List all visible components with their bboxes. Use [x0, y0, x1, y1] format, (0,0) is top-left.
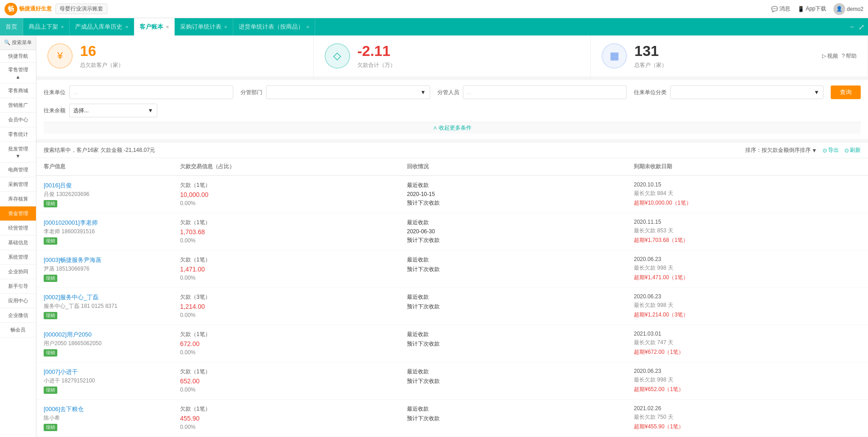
close-icon[interactable]: × [166, 24, 169, 30]
sidebar-item-operations[interactable]: 经营管理 [0, 221, 36, 236]
next-collection-label: 预计下次收款 [407, 236, 634, 244]
expand-icon[interactable]: ⤢ [858, 23, 864, 31]
customer-cell: [0006]去下粮仓 陈小希 现销 [44, 405, 180, 431]
filter-area: 往来单位 ... 分管部门 ▼ 分管人员 ... 往来单位分类 [36, 80, 868, 139]
sidebar-item-beginner[interactable]: 新手引导 [0, 279, 36, 294]
sidebar-item-retail-mall[interactable]: 零售商城 [0, 84, 36, 98]
customer-name[interactable]: [0007]小进干 [44, 368, 180, 376]
debt-amount[interactable]: 672.00 [180, 340, 407, 347]
collection-cell: 最近收款 预计下次收款 [407, 368, 634, 385]
sidebar-item-label: 零售管理 [8, 66, 28, 73]
debt-amount[interactable]: 1,214.00 [180, 303, 407, 310]
stat-icon-customers: ▦ [602, 43, 627, 69]
recent-collection-date: 2020-06-30 [407, 228, 634, 235]
close-icon[interactable]: × [61, 24, 64, 30]
store-selector[interactable]: 母婴行业演示账套 [55, 4, 107, 14]
overdue-amount[interactable]: 超期¥672.00（1笔） [634, 348, 861, 356]
close-icon[interactable]: × [224, 24, 227, 30]
filter-label-dept: 分管部门 [241, 89, 262, 96]
sidebar-item-basic-info[interactable]: 基础信息 [0, 236, 36, 250]
person-input[interactable]: ... [463, 85, 627, 99]
sidebar-item-marketing[interactable]: 营销推广 [0, 98, 36, 113]
sidebar-item-wholesale[interactable]: 批发管理 ▼ [0, 142, 36, 163]
tab-product-listing[interactable]: 商品上下架 × [23, 18, 70, 35]
overdue-amount[interactable]: 超期¥455.90（1笔） [634, 423, 861, 431]
sidebar-item-purchase[interactable]: 采购管理 [0, 177, 36, 192]
chevron-down-icon: ▼ [814, 89, 819, 95]
close-icon[interactable]: × [125, 24, 128, 30]
table-header: 客户信息 欠款交易信息（占比） 回收情况 到期未收款日期 [36, 158, 868, 176]
debt-count: 欠款（1笔） [180, 256, 407, 264]
customer-name[interactable]: [0001020001]李老师 [44, 219, 180, 227]
sidebar-item-system[interactable]: 系统管理 [0, 250, 36, 265]
result-text: 搜索结果中，客户16家 欠款金额 -21,148.07元 [44, 146, 155, 154]
customer-name[interactable]: [0003]畅捷服务尹海蒸 [44, 256, 180, 264]
next-collection-label: 预计下次收款 [407, 377, 634, 385]
customer-name[interactable]: [0002]服务中心_丁磊 [44, 293, 180, 301]
sort-selector[interactable]: 排序：按欠款金额倒序排序 ▼ [745, 146, 817, 154]
customer-name[interactable]: [0006]去下粮仓 [44, 405, 180, 413]
help-btn[interactable]: ? 帮助 [842, 52, 857, 60]
sidebar-item-enterprise-collab[interactable]: 企业协同 [0, 265, 36, 279]
sidebar-item-label: 畅会员 [10, 326, 25, 333]
export-btn[interactable]: ⊙ 导出 [823, 146, 839, 154]
debt-amount[interactable]: 652.00 [180, 377, 407, 385]
recent-collection-label: 最近收款 [407, 256, 634, 264]
dept-select[interactable]: ▼ [266, 85, 430, 99]
tab-purchase-stats-product[interactable]: 进货单统计表（按商品）× [233, 18, 315, 35]
debt-amount[interactable]: 1,471.00 [180, 266, 407, 273]
export-icon: ⊙ [823, 147, 827, 154]
col-header-customer: 客户信息 [44, 163, 180, 171]
customer-name[interactable]: [000002]用户2050 [44, 331, 180, 339]
overdue-amount[interactable]: 超期¥652.00（1笔） [634, 386, 861, 393]
sidebar-item-app-center[interactable]: 应用中心 [0, 294, 36, 308]
sidebar-item-ecommerce[interactable]: 电商管理 [0, 163, 36, 177]
debt-amount[interactable]: 455.90 [180, 415, 407, 422]
sidebar-item-finance[interactable]: 资金管理 [0, 206, 36, 221]
sidebar-item-retail-mgmt[interactable]: 零售管理 ▲ [0, 63, 36, 84]
supplier-input[interactable]: ... [69, 85, 233, 99]
app-download-btn[interactable]: 📱 App下载 [798, 5, 826, 13]
sidebar-item-member[interactable]: 会员中心 [0, 113, 36, 127]
chevron-down-icon: ▼ [148, 107, 153, 114]
refresh-btn[interactable]: ⊙ 刷新 [844, 146, 861, 154]
tab-production-history[interactable]: 产成品入库单历史 × [70, 18, 134, 35]
recent-collection-label: 最近收款 [407, 368, 634, 376]
balance-select[interactable]: 选择... ▼ [69, 104, 157, 117]
collection-cell: 最近收款 2020-06-30 预计下次收款 [407, 219, 634, 244]
tab-customer-account[interactable]: 客户账本 × [134, 18, 175, 35]
next-collection-label: 预计下次收款 [407, 266, 634, 273]
sidebar-quick-nav[interactable]: 快捷导航 [0, 50, 36, 63]
sidebar-item-inventory[interactable]: 库存核算 [0, 192, 36, 206]
sidebar-search[interactable]: 🔍 搜索菜单 [0, 35, 36, 50]
search-button[interactable]: 查询 [831, 85, 861, 99]
sidebar-item-changhui[interactable]: 畅会员 [0, 323, 36, 337]
debt-amount[interactable]: 1,703.68 [180, 228, 407, 236]
recent-collection-label: 最近收款 [407, 331, 634, 338]
customer-name[interactable]: [0016]吕俊 [44, 181, 180, 190]
user-avatar-area[interactable]: 👤 demo2 [833, 3, 863, 15]
tab-purchase-order-stats[interactable]: 采购订单统计表 × [175, 18, 233, 35]
overdue-amount[interactable]: 超期¥1,703.68（1笔） [634, 236, 861, 244]
collapse-filter-btn[interactable]: ∧ 收起更多条件 [44, 122, 861, 134]
debt-amount[interactable]: 10,000.00 [180, 191, 407, 198]
sidebar-item-label: 基础信息 [8, 239, 28, 246]
minimize-icon[interactable]: － [848, 22, 856, 32]
message-btn[interactable]: 💬 消息 [771, 5, 790, 13]
debt-count: 欠款（3笔） [180, 293, 407, 301]
overdue-amount[interactable]: 超期¥10,000.00（1笔） [634, 199, 861, 207]
customer-tag: 现销 [44, 312, 57, 319]
sidebar-item-wechat[interactable]: 企业微信 [0, 308, 36, 323]
sidebar-item-retail-stats[interactable]: 零售统计 [0, 127, 36, 142]
overdue-amount[interactable]: 超期¥1,214.00（3笔） [634, 311, 861, 319]
customer-cell: [0016]吕俊 吕俊 13026203696 现销 [44, 181, 180, 207]
close-icon[interactable]: × [306, 24, 309, 30]
brand-name: 畅捷通好生意 [19, 5, 52, 13]
tab-home[interactable]: 首页 [0, 18, 23, 35]
video-btn[interactable]: ▷ 视频 [822, 52, 838, 60]
table-row: [0007]小进干 小进干 18279152100 现销 欠款（1笔） 652.… [36, 362, 868, 400]
overdue-cell: 2020.06.23 最长欠款 998 天 超期¥652.00（1笔） [634, 368, 861, 393]
app-label: App下载 [806, 5, 826, 13]
overdue-amount[interactable]: 超期¥1,471.00（1笔） [634, 274, 861, 281]
category-select[interactable]: ▼ [670, 85, 823, 99]
